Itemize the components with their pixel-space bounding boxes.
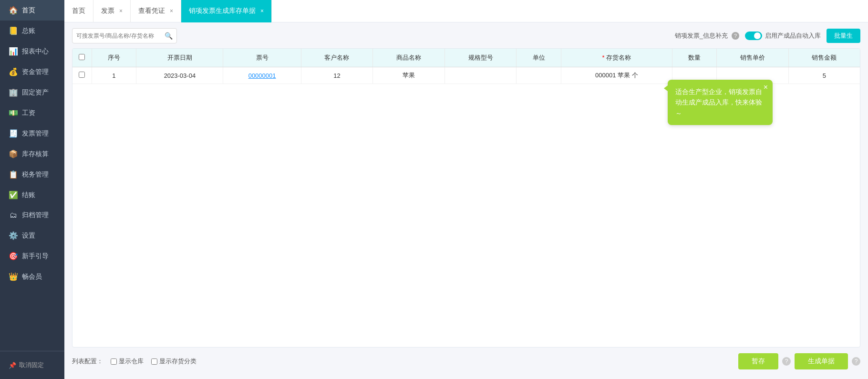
sidebar-item-vip[interactable]: 👑 畅会员	[0, 266, 64, 287]
row-checkbox[interactable]	[79, 72, 85, 78]
report-icon: 📊	[9, 47, 18, 56]
th-amount: 销售金额	[788, 49, 860, 67]
content-area: 🔍 销项发票_信息补充 ? 启用产成品自动入库 批量生	[64, 22, 868, 379]
th-inventory-name: * 存货名称	[561, 49, 672, 67]
tab-generate[interactable]: 销项发票生成库存单据 ×	[181, 0, 272, 22]
tooltip-popup: × 适合生产型企业，销项发票自动生成产成品入库，快来体验～	[668, 80, 773, 125]
sidebar-item-home[interactable]: 🏠 首页	[0, 0, 64, 21]
data-table: 序号 开票日期 票号 客户名称 商品名称 规格型号 单位 * 存货名称 数量 销…	[72, 49, 860, 84]
sidebar-item-tax-management[interactable]: 📋 税务管理	[0, 164, 64, 185]
th-unit-price: 销售单价	[717, 49, 789, 67]
show-category-checkbox-label[interactable]: 显示存货分类	[151, 357, 196, 366]
row-date: 2023-03-04	[136, 67, 223, 84]
tab-voucher-close[interactable]: ×	[170, 8, 173, 14]
th-seq: 序号	[92, 49, 136, 67]
row-ticket-no: 00000001	[223, 67, 301, 84]
row-product-name: 苹果	[373, 67, 445, 84]
search-box: 🔍	[72, 28, 177, 43]
tab-home[interactable]: 首页	[64, 0, 93, 22]
sidebar-item-fund-management[interactable]: 💰 资金管理	[0, 62, 64, 82]
sidebar-item-fixed-assets[interactable]: 🏢 固定资产	[0, 82, 64, 103]
show-warehouse-checkbox[interactable]	[111, 358, 117, 365]
guide-icon: 🎯	[9, 252, 18, 261]
row-seq: 1	[92, 67, 136, 84]
th-quantity: 数量	[672, 49, 717, 67]
ledger-icon: 📒	[9, 26, 18, 35]
row-customer: 12	[301, 67, 373, 84]
sidebar-item-general-ledger[interactable]: 📒 总账	[0, 21, 64, 41]
search-input[interactable]	[76, 32, 162, 39]
archive-icon: 🗂	[9, 211, 18, 220]
settle-icon: ✅	[9, 190, 18, 200]
sidebar-item-archive[interactable]: 🗂 归档管理	[0, 205, 64, 225]
sidebar-item-settings[interactable]: ⚙️ 设置	[0, 225, 64, 246]
row-unit	[517, 67, 561, 84]
tax-icon: 📋	[9, 170, 18, 179]
sidebar: 🏠 首页 📒 总账 📊 报表中心 💰 资金管理 🏢 固定资产 💵 工资 🧾 发票…	[0, 0, 64, 379]
tooltip-close-button[interactable]: ×	[764, 84, 768, 91]
fund-icon: 💰	[9, 67, 18, 76]
inventory-icon: 📦	[9, 149, 18, 158]
vip-icon: 👑	[9, 272, 18, 281]
toggle-area: 启用产成品自动入库	[745, 32, 821, 40]
sidebar-item-inventory[interactable]: 📦 库存核算	[0, 144, 64, 164]
sidebar-item-guide[interactable]: 🎯 新手引导	[0, 246, 64, 266]
info-section: 销项发票_信息补充 ?	[675, 32, 739, 40]
invoice-icon: 🧾	[9, 129, 18, 138]
sidebar-bottom: 📌 取消固定	[0, 351, 64, 379]
th-unit: 单位	[517, 49, 561, 67]
settings-icon: ⚙️	[9, 231, 18, 240]
show-category-checkbox[interactable]	[151, 358, 157, 365]
save-help-icon[interactable]: ?	[782, 357, 791, 366]
sidebar-item-report-center[interactable]: 📊 报表中心	[0, 41, 64, 62]
search-icon[interactable]: 🔍	[165, 32, 173, 40]
toggle-label: 启用产成品自动入库	[765, 32, 821, 40]
bottom-bar: 列表配置： 显示仓库 显示存货分类 暂存 ? 生成单据 ?	[72, 347, 860, 373]
th-date: 开票日期	[136, 49, 223, 67]
tab-invoice[interactable]: 发票 ×	[93, 0, 131, 22]
tooltip-text: 适合生产型企业，销项发票自动生成产成品入库，快来体验～	[675, 88, 762, 117]
th-customer: 客户名称	[301, 49, 373, 67]
th-model: 规格型号	[444, 49, 517, 67]
bottom-actions: 暂存 ? 生成单据 ?	[738, 353, 860, 369]
generate-button[interactable]: 生成单据	[795, 353, 848, 369]
tab-bar: 首页 发票 × 查看凭证 × 销项发票生成库存单据 ×	[64, 0, 868, 22]
save-button[interactable]: 暂存	[738, 353, 778, 369]
toolbar-row: 🔍 销项发票_信息补充 ? 启用产成品自动入库 批量生	[72, 28, 860, 43]
sidebar-item-settle[interactable]: ✅ 结账	[0, 185, 64, 205]
th-checkbox	[72, 49, 92, 67]
payroll-icon: 💵	[9, 108, 18, 117]
pin-icon: 📌	[9, 362, 16, 369]
home-icon: 🏠	[9, 6, 18, 15]
row-checkbox-cell	[72, 67, 92, 84]
main-area: 首页 发票 × 查看凭证 × 销项发票生成库存单据 × 🔍 销项发票_信息补充 …	[64, 0, 868, 379]
assets-icon: 🏢	[9, 88, 18, 97]
th-product-name: 商品名称	[373, 49, 445, 67]
tab-voucher[interactable]: 查看凭证 ×	[131, 0, 181, 22]
batch-generate-button[interactable]: 批量生	[827, 29, 860, 43]
tab-generate-close[interactable]: ×	[260, 8, 264, 14]
row-amount: 5	[788, 67, 860, 84]
th-ticket-no: 票号	[223, 49, 301, 67]
info-help-icon[interactable]: ?	[732, 32, 739, 40]
ticket-no-link[interactable]: 00000001	[248, 72, 276, 79]
sidebar-item-payroll[interactable]: 💵 工资	[0, 103, 64, 123]
show-warehouse-checkbox-label[interactable]: 显示仓库	[111, 357, 144, 366]
row-inventory-name: 000001 苹果 个	[561, 67, 672, 84]
tab-invoice-close[interactable]: ×	[119, 8, 123, 14]
sidebar-item-invoice-management[interactable]: 🧾 发票管理	[0, 123, 64, 144]
row-model	[444, 67, 517, 84]
info-label: 销项发票_信息补充	[675, 32, 728, 40]
auto-inbound-toggle[interactable]	[745, 32, 762, 40]
gen-help-icon[interactable]: ?	[852, 357, 860, 366]
cancel-fixed-button[interactable]: 📌 取消固定	[0, 356, 64, 374]
select-all-checkbox[interactable]	[79, 54, 85, 60]
list-config-label: 列表配置：	[72, 357, 103, 366]
